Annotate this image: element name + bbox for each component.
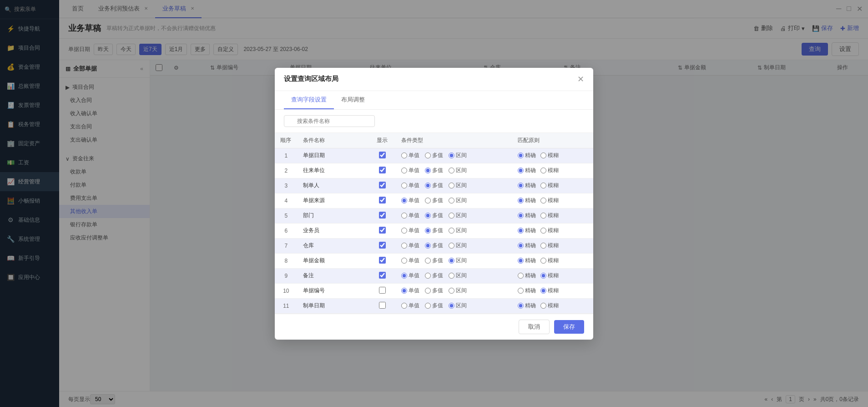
cond-type-single[interactable]: 单值 bbox=[401, 287, 419, 295]
show-checkbox[interactable] bbox=[379, 152, 386, 158]
dialog-tab-fields[interactable]: 查询字段设置 bbox=[284, 91, 334, 109]
cond-type-single[interactable]: 单值 bbox=[401, 272, 419, 280]
cond-type-multi[interactable]: 多值 bbox=[425, 182, 443, 189]
match-rule-fuzzy[interactable]: 模糊 bbox=[540, 242, 559, 249]
row-show bbox=[368, 223, 395, 238]
match-rule-exact[interactable]: 精确 bbox=[518, 182, 536, 189]
match-rule-exact[interactable]: 精确 bbox=[518, 287, 536, 295]
dialog-tab-layout[interactable]: 布局调整 bbox=[334, 91, 372, 109]
cond-type-multi[interactable]: 多值 bbox=[425, 212, 443, 219]
match-rule-exact[interactable]: 精确 bbox=[518, 272, 536, 280]
row-condtype: 单值多值区间 bbox=[396, 178, 513, 193]
cond-type-range[interactable]: 区间 bbox=[449, 272, 467, 280]
row-condtype: 单值多值区间 bbox=[396, 223, 513, 238]
cond-type-range[interactable]: 区间 bbox=[449, 182, 467, 189]
row-matchrule: 精确模糊 bbox=[512, 148, 593, 163]
cond-type-multi[interactable]: 多值 bbox=[425, 167, 443, 174]
dialog-search-area: 🔍 bbox=[275, 110, 593, 133]
dialog-table-row: 7仓库单值多值区间精确模糊 bbox=[275, 238, 593, 253]
match-rule-fuzzy[interactable]: 模糊 bbox=[540, 167, 559, 174]
cond-type-single[interactable]: 单值 bbox=[401, 257, 419, 265]
show-checkbox[interactable] bbox=[379, 257, 386, 264]
row-order: 7 bbox=[275, 238, 298, 253]
dialog-body: 顺序 条件名称 显示 条件类型 匹配原则 1单据日期单值多值区间精确模糊2往来单… bbox=[275, 133, 593, 314]
cond-type-single[interactable]: 单值 bbox=[401, 182, 419, 189]
match-rule-fuzzy[interactable]: 模糊 bbox=[540, 227, 559, 234]
dialog-table-row: 4单据来源单值多值区间精确模糊 bbox=[275, 193, 593, 208]
show-checkbox[interactable] bbox=[379, 182, 386, 188]
th-order: 顺序 bbox=[275, 133, 298, 148]
row-order: 3 bbox=[275, 178, 298, 193]
cond-type-multi[interactable]: 多值 bbox=[425, 257, 443, 265]
cond-type-single[interactable]: 单值 bbox=[401, 167, 419, 174]
row-show bbox=[368, 208, 395, 223]
cond-type-range[interactable]: 区间 bbox=[449, 257, 467, 265]
row-name: 制单日期 bbox=[298, 298, 369, 313]
cond-type-range[interactable]: 区间 bbox=[449, 242, 467, 249]
th-name: 条件名称 bbox=[298, 133, 369, 148]
row-show bbox=[368, 253, 395, 268]
match-rule-fuzzy[interactable]: 模糊 bbox=[540, 302, 559, 310]
cond-type-range[interactable]: 区间 bbox=[449, 287, 467, 295]
show-checkbox[interactable] bbox=[379, 197, 386, 204]
match-rule-fuzzy[interactable]: 模糊 bbox=[540, 272, 559, 280]
row-order: 4 bbox=[275, 193, 298, 208]
save-button[interactable]: 保存 bbox=[554, 320, 584, 334]
match-rule-exact[interactable]: 精确 bbox=[518, 197, 536, 204]
show-checkbox[interactable] bbox=[379, 272, 386, 279]
row-name: 制单人 bbox=[298, 178, 369, 193]
cond-type-multi[interactable]: 多值 bbox=[425, 302, 443, 310]
cond-type-multi[interactable]: 多值 bbox=[425, 287, 443, 295]
show-checkbox[interactable] bbox=[379, 212, 386, 219]
cond-type-range[interactable]: 区间 bbox=[449, 152, 467, 159]
show-checkbox[interactable] bbox=[379, 242, 386, 249]
match-rule-exact[interactable]: 精确 bbox=[518, 212, 536, 219]
match-rule-fuzzy[interactable]: 模糊 bbox=[540, 257, 559, 265]
row-order: 6 bbox=[275, 223, 298, 238]
dialog-close-btn[interactable]: ✕ bbox=[577, 74, 584, 84]
match-rule-exact[interactable]: 精确 bbox=[518, 167, 536, 174]
cond-type-range[interactable]: 区间 bbox=[449, 167, 467, 174]
show-checkbox[interactable] bbox=[379, 227, 386, 234]
cond-type-range[interactable]: 区间 bbox=[449, 302, 467, 310]
cond-type-multi[interactable]: 多值 bbox=[425, 197, 443, 204]
dialog-search-input[interactable] bbox=[284, 115, 375, 127]
cond-type-range[interactable]: 区间 bbox=[449, 212, 467, 219]
match-rule-exact[interactable]: 精确 bbox=[518, 227, 536, 234]
show-checkbox[interactable] bbox=[379, 167, 386, 173]
match-rule-fuzzy[interactable]: 模糊 bbox=[540, 287, 559, 295]
modal-overlay[interactable]: 设置查询区域布局 ✕ 查询字段设置 布局调整 🔍 顺序 条件名称 显示 bbox=[0, 0, 868, 407]
cond-type-multi[interactable]: 多值 bbox=[425, 272, 443, 280]
cond-type-single[interactable]: 单值 bbox=[401, 242, 419, 249]
dialog-table-header-row: 顺序 条件名称 显示 条件类型 匹配原则 bbox=[275, 133, 593, 148]
row-name: 单据来源 bbox=[298, 193, 369, 208]
match-rule-exact[interactable]: 精确 bbox=[518, 302, 536, 310]
cond-type-range[interactable]: 区间 bbox=[449, 197, 467, 204]
cond-type-multi[interactable]: 多值 bbox=[425, 227, 443, 234]
show-checkbox[interactable] bbox=[379, 302, 386, 309]
cond-type-single[interactable]: 单值 bbox=[401, 302, 419, 310]
match-rule-exact[interactable]: 精确 bbox=[518, 152, 536, 159]
row-show bbox=[368, 148, 395, 163]
row-matchrule: 精确模糊 bbox=[512, 238, 593, 253]
dialog-table-row: 6业务员单值多值区间精确模糊 bbox=[275, 223, 593, 238]
cond-type-multi[interactable]: 多值 bbox=[425, 242, 443, 249]
cond-type-single[interactable]: 单值 bbox=[401, 227, 419, 234]
match-rule-exact[interactable]: 精确 bbox=[518, 257, 536, 265]
match-rule-fuzzy[interactable]: 模糊 bbox=[540, 212, 559, 219]
row-name: 部门 bbox=[298, 208, 369, 223]
cond-type-single[interactable]: 单值 bbox=[401, 152, 419, 159]
cond-type-multi[interactable]: 多值 bbox=[425, 152, 443, 159]
dialog-table-row: 10单据编号单值多值区间精确模糊 bbox=[275, 283, 593, 298]
match-rule-fuzzy[interactable]: 模糊 bbox=[540, 197, 559, 204]
match-rule-fuzzy[interactable]: 模糊 bbox=[540, 182, 559, 189]
match-rule-fuzzy[interactable]: 模糊 bbox=[540, 152, 559, 159]
match-rule-exact[interactable]: 精确 bbox=[518, 242, 536, 249]
show-checkbox[interactable] bbox=[379, 287, 386, 294]
cond-type-single[interactable]: 单值 bbox=[401, 197, 419, 204]
cancel-button[interactable]: 取消 bbox=[519, 320, 550, 334]
cond-type-range[interactable]: 区间 bbox=[449, 227, 467, 234]
dialog-table-row: 11制单日期单值多值区间精确模糊 bbox=[275, 298, 593, 313]
row-condtype: 单值多值区间 bbox=[396, 238, 513, 253]
cond-type-single[interactable]: 单值 bbox=[401, 212, 419, 219]
